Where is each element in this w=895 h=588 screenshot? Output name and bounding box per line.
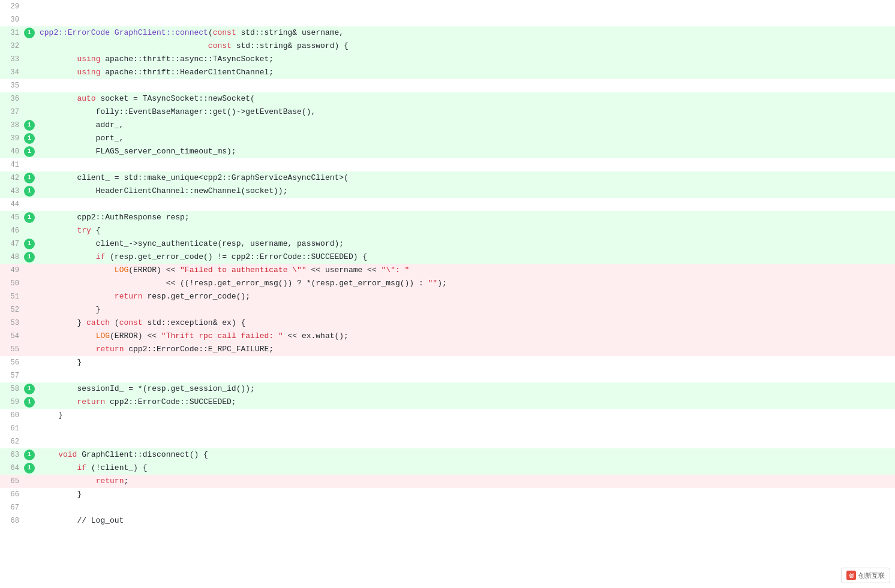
line-number: 42 [0,171,24,185]
table-row: 581 sessionId_ = *(resp.get_session_id()… [0,382,895,396]
line-number: 33 [0,53,24,66]
line-number: 43 [0,185,24,198]
line-number: 60 [0,409,24,422]
change-badge: 1 [24,120,35,131]
line-number: 41 [0,158,24,171]
line-number: 64 [0,462,24,475]
line-number: 44 [0,198,24,211]
line-number: 55 [0,343,24,356]
code-content: return resp.get_error_code(); [37,290,895,303]
change-badge: 1 [24,133,35,144]
table-row: 54 LOG(ERROR) << "Thrift rpc call failed… [0,330,895,343]
table-row: 30 [0,13,895,26]
line-number: 63 [0,448,24,462]
change-badge: 1 [24,212,35,223]
table-row: 50 << ((!resp.get_error_msg()) ? *(resp.… [0,277,895,290]
table-row: 52 } [0,303,895,316]
code-content: cpp2::AuthResponse resp; [37,211,895,224]
table-row: 421 client_ = std::make_unique<cpp2::Gra… [0,171,895,185]
line-number: 32 [0,40,24,53]
line-number: 46 [0,224,24,237]
change-badge: 1 [24,450,35,460]
line-number: 52 [0,303,24,316]
code-content: FLAGS_server_conn_timeout_ms); [37,145,895,158]
code-content: cpp2::ErrorCode GraphClient::connect(con… [37,26,895,40]
line-number: 48 [0,251,24,264]
watermark-logo: 创 [846,571,856,580]
code-content: LOG(ERROR) << "Thrift rpc call failed: "… [37,330,895,343]
table-row: 41 [0,158,895,171]
code-content: void GraphClient::disconnect() { [37,448,895,462]
table-row: 36 auto socket = TAsyncSocket::newSocket… [0,92,895,105]
code-content: addr_, [37,119,895,132]
line-number: 34 [0,66,24,79]
code-content: return cpp2::ErrorCode::E_RPC_FAILURE; [37,343,895,356]
code-content: folly::EventBaseManager::get()->getEvent… [37,105,895,119]
code-lines: 2930311cpp2::ErrorCode GraphClient::conn… [0,0,895,527]
table-row: 431 HeaderClientChannel::newChannel(sock… [0,185,895,198]
code-content: LOG(ERROR) << "Failed to authenticate \"… [37,264,895,277]
line-number: 49 [0,264,24,277]
line-number: 58 [0,382,24,396]
line-number: 54 [0,330,24,343]
table-row: 60 } [0,409,895,422]
line-number: 39 [0,132,24,145]
code-content: try { [37,224,895,237]
table-row: 451 cpp2::AuthResponse resp; [0,211,895,224]
change-badge: 1 [24,239,35,249]
line-number: 31 [0,26,24,40]
change-badge: 1 [24,252,35,263]
table-row: 65 return; [0,475,895,488]
code-content: client_ = std::make_unique<cpp2::GraphSe… [37,171,895,185]
table-row: 35 [0,79,895,92]
code-content: port_, [37,132,895,145]
change-badge: 1 [24,384,35,394]
table-row: 46 try { [0,224,895,237]
table-row: 591 return cpp2::ErrorCode::SUCCEEDED; [0,396,895,409]
code-viewer: 2930311cpp2::ErrorCode GraphClient::conn… [0,0,895,588]
table-row: 401 FLAGS_server_conn_timeout_ms); [0,145,895,158]
line-number: 62 [0,435,24,448]
table-row: 641 if (!client_) { [0,462,895,475]
line-number: 38 [0,119,24,132]
code-content: } catch (const std::exception& ex) { [37,316,895,330]
watermark: 创 创新互联 [841,568,890,583]
code-content: << ((!resp.get_error_msg()) ? *(resp.get… [37,277,895,290]
table-row: 66 } [0,488,895,501]
code-content: return cpp2::ErrorCode::SUCCEEDED; [37,396,895,409]
line-number: 61 [0,422,24,435]
line-number: 45 [0,211,24,224]
line-number: 68 [0,514,24,527]
table-row: 53 } catch (const std::exception& ex) { [0,316,895,330]
line-number: 30 [0,13,24,26]
table-row: 32 const std::string& password) { [0,40,895,53]
table-row: 51 return resp.get_error_code(); [0,290,895,303]
watermark-text: 创新互联 [858,571,885,580]
line-number: 50 [0,277,24,290]
code-content: // Log_out [37,514,895,527]
line-number: 29 [0,0,24,13]
line-number: 66 [0,488,24,501]
line-number: 40 [0,145,24,158]
table-row: 391 port_, [0,132,895,145]
code-content: client_->sync_authenticate(resp, usernam… [37,237,895,251]
line-number: 56 [0,356,24,369]
code-content: using apache::thrift::async::TAsyncSocke… [37,53,895,66]
line-number: 59 [0,396,24,409]
table-row: 67 [0,501,895,514]
table-row: 381 addr_, [0,119,895,132]
table-row: 61 [0,422,895,435]
change-badge: 1 [24,28,35,38]
code-content: auto socket = TAsyncSocket::newSocket( [37,92,895,105]
code-content: return; [37,475,895,488]
table-row: 56 } [0,356,895,369]
table-row: 34 using apache::thrift::HeaderClientCha… [0,66,895,79]
change-badge: 1 [24,397,35,408]
line-number: 67 [0,501,24,514]
table-row: 55 return cpp2::ErrorCode::E_RPC_FAILURE… [0,343,895,356]
code-content: if (!client_) { [37,462,895,475]
change-badge: 1 [24,173,35,183]
table-row: 37 folly::EventBaseManager::get()->getEv… [0,105,895,119]
line-number: 37 [0,105,24,119]
line-number: 65 [0,475,24,488]
